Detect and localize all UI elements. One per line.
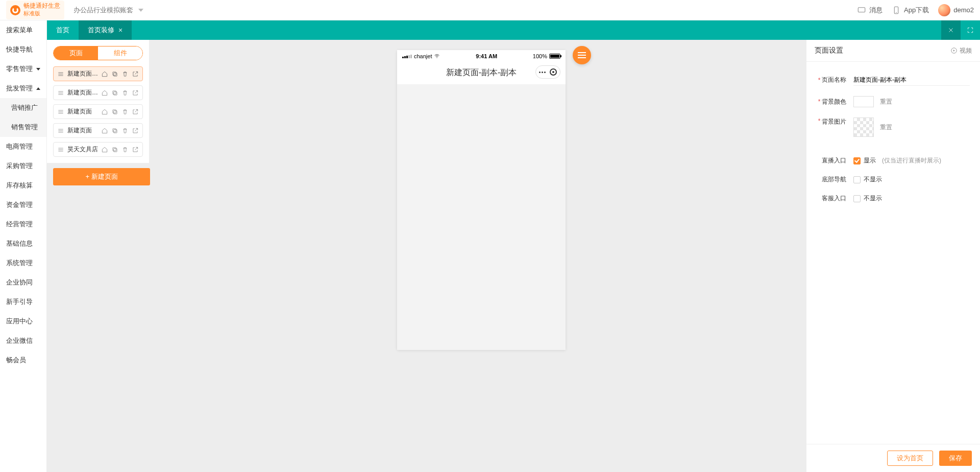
sidebar-item-14[interactable]: 新手引导	[0, 292, 46, 312]
seg-component-button[interactable]: 组件	[98, 46, 142, 60]
sidebar-item-10[interactable]: 经营管理	[0, 215, 46, 234]
sidebar-item-6[interactable]: 电商管理	[0, 137, 46, 156]
settings-panel: 页面设置 视频 * 页面名称 *	[806, 40, 980, 472]
external-link-icon[interactable]	[132, 89, 139, 97]
external-link-icon[interactable]	[132, 108, 139, 115]
sidebar-item-11[interactable]: 基础信息	[0, 234, 46, 253]
bg-image-reset[interactable]: 重置	[880, 123, 892, 132]
svg-rect-7	[113, 109, 116, 112]
bg-image-picker[interactable]	[853, 117, 874, 137]
service-checkbox[interactable]: 不显示	[853, 194, 882, 203]
home-icon[interactable]	[101, 89, 108, 97]
sidebar-item-16[interactable]: 企业微信	[0, 331, 46, 350]
drag-handle-icon[interactable]	[57, 127, 64, 134]
account-selector-label: 办公品行业模拟账套	[74, 6, 133, 15]
page-list-item[interactable]: 新建页面-副本...	[53, 66, 143, 81]
page-list-item[interactable]: 新建页面-副本	[53, 85, 143, 100]
home-icon[interactable]	[101, 108, 108, 115]
svg-rect-3	[113, 72, 116, 75]
live-show-checkbox[interactable]: 显示	[853, 156, 876, 165]
topbar-user[interactable]: demo2	[938, 4, 974, 16]
sidebar-item-label: 采购管理	[6, 161, 33, 171]
sidebar-item-label: 系统管理	[6, 258, 33, 268]
save-button[interactable]: 保存	[939, 451, 972, 466]
account-selector[interactable]: 办公品行业模拟账套	[74, 6, 143, 15]
copy-icon[interactable]	[111, 127, 118, 134]
page-item-name: 新建页面	[67, 126, 98, 135]
carrier-label: chanjet	[414, 53, 432, 59]
page-list-item[interactable]: 昊天文具店	[53, 142, 143, 157]
phone-capsule[interactable]	[535, 65, 560, 79]
drag-handle-icon[interactable]	[57, 89, 64, 97]
svg-rect-11	[113, 147, 116, 150]
svg-rect-0	[858, 7, 865, 12]
phone-body[interactable]	[397, 84, 566, 350]
sidebar-item-3[interactable]: 批发管理	[0, 79, 46, 98]
sidebar-item-5[interactable]: 销售管理	[0, 117, 46, 137]
segmented-control: 页面 组件	[53, 46, 143, 60]
topbar-download[interactable]: App下载	[892, 6, 929, 15]
topbar: 畅捷通好生意 标准版 办公品行业模拟账套 消息 App下载 demo2	[0, 0, 980, 20]
wifi-icon	[434, 53, 440, 59]
copy-icon[interactable]	[111, 70, 118, 78]
home-icon[interactable]	[101, 127, 108, 134]
seg-page-button[interactable]: 页面	[54, 46, 98, 60]
bg-color-swatch[interactable]	[853, 96, 874, 107]
brand-logo[interactable]: 畅捷通好生意 标准版	[6, 1, 64, 19]
video-help-link[interactable]: 视频	[950, 46, 972, 55]
sidebar-item-4[interactable]: 营销推广	[0, 98, 46, 117]
svg-rect-6	[114, 110, 117, 113]
sidebar-item-label: 应用中心	[6, 317, 33, 326]
delete-icon[interactable]	[121, 70, 129, 78]
sidebar-item-17[interactable]: 畅会员	[0, 350, 46, 370]
home-icon[interactable]	[101, 146, 108, 153]
drag-handle-icon[interactable]	[57, 70, 64, 78]
close-icon[interactable]: ×	[118, 26, 122, 34]
chevron-down-icon	[36, 68, 40, 70]
chevron-up-icon	[36, 87, 40, 90]
tab-page-decor[interactable]: 首页装修 ×	[79, 20, 132, 40]
page-list-item[interactable]: 新建页面	[53, 104, 143, 119]
page-list-item[interactable]: 新建页面	[53, 123, 143, 138]
sidebar-item-2[interactable]: 零售管理	[0, 59, 46, 79]
topbar-messages[interactable]: 消息	[857, 6, 883, 15]
tab-home[interactable]: 首页	[47, 20, 79, 40]
sidebar-item-13[interactable]: 企业协同	[0, 273, 46, 292]
sidebar-item-8[interactable]: 库存核算	[0, 176, 46, 195]
live-hint: (仅当进行直播时展示)	[882, 156, 941, 165]
delete-icon[interactable]	[121, 146, 129, 153]
copy-icon[interactable]	[111, 89, 118, 97]
copy-icon[interactable]	[111, 146, 118, 153]
delete-icon[interactable]	[121, 89, 129, 97]
page-name-input[interactable]	[853, 74, 970, 86]
sidebar-item-label: 资金管理	[6, 200, 33, 209]
external-link-icon[interactable]	[132, 146, 139, 153]
drag-handle-icon[interactable]	[57, 146, 64, 153]
bg-color-reset[interactable]: 重置	[880, 98, 892, 106]
menu-fab-button[interactable]	[573, 46, 591, 64]
copy-icon[interactable]	[111, 108, 118, 115]
sidebar-item-15[interactable]: 应用中心	[0, 312, 46, 331]
delete-icon[interactable]	[121, 108, 129, 115]
sidebar-item-12[interactable]: 系统管理	[0, 253, 46, 273]
sidebar-item-0[interactable]: 搜索菜单	[0, 20, 46, 40]
set-home-button[interactable]: 设为首页	[887, 451, 933, 466]
sidebar-item-label: 企业协同	[6, 278, 33, 287]
tabstrip-close-button[interactable]	[941, 20, 961, 40]
fullscreen-button[interactable]	[961, 20, 980, 40]
sidebar-item-7[interactable]: 采购管理	[0, 156, 46, 176]
drag-handle-icon[interactable]	[57, 108, 64, 115]
tabstrip: 首页 首页装修 ×	[47, 20, 980, 40]
delete-icon[interactable]	[121, 127, 129, 134]
external-link-icon[interactable]	[132, 127, 139, 134]
new-page-button[interactable]: + 新建页面	[53, 168, 150, 185]
page-name-label: 页面名称	[822, 76, 853, 84]
sidebar-item-9[interactable]: 资金管理	[0, 195, 46, 215]
sidebar-item-1[interactable]: 快捷导航	[0, 40, 46, 59]
svg-rect-8	[114, 129, 117, 132]
service-entry-label: 客服入口	[822, 194, 853, 203]
external-link-icon[interactable]	[132, 70, 139, 78]
bottom-nav-checkbox[interactable]: 不显示	[853, 175, 882, 184]
home-icon[interactable]	[101, 70, 108, 78]
phone-preview: chanjet 9:41 AM 100% 新建页面-副本-副本	[397, 50, 566, 350]
